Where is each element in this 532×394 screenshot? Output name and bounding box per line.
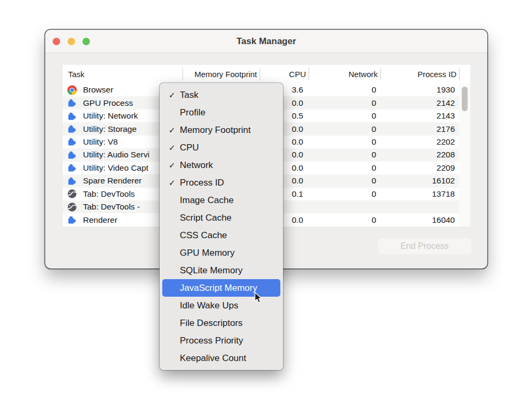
- window-title: Task Manager: [45, 30, 487, 53]
- task-label: Spare Renderer: [83, 176, 142, 186]
- checkmark-icon: ✓: [169, 86, 176, 104]
- menu-item-label: File Descriptors: [180, 318, 243, 328]
- column-header-scroll-gutter: [459, 65, 470, 83]
- title-bar[interactable]: Task Manager: [45, 30, 487, 53]
- close-button[interactable]: [53, 38, 60, 45]
- menu-item-gpu-memory[interactable]: GPU Memory: [162, 244, 280, 262]
- extension-icon: [67, 137, 77, 147]
- end-process-button[interactable]: End Process: [378, 238, 471, 254]
- menu-item-task[interactable]: ✓Task: [162, 86, 280, 104]
- task-label: Utility: Audio Servi: [83, 150, 149, 160]
- menu-item-sqlite-memory[interactable]: SQLite Memory: [162, 262, 280, 279]
- menu-item-cpu[interactable]: ✓CPU: [162, 139, 280, 156]
- extension-icon: [67, 215, 77, 225]
- process-id-cell: 2176: [380, 124, 459, 134]
- menu-item-keepalive-count[interactable]: Keepalive Count: [162, 349, 280, 367]
- menu-item-label: Image Cache: [180, 195, 234, 205]
- vertical-scrollbar-track[interactable]: [459, 83, 470, 227]
- checkmark-icon: ✓: [169, 174, 176, 191]
- column-context-menu: ✓TaskProfile✓Memory Footprint✓CPU✓Networ…: [160, 83, 283, 370]
- task-label: Utility: V8: [83, 137, 118, 147]
- menu-item-process-id[interactable]: ✓Process ID: [162, 174, 280, 191]
- process-id-cell: 2143: [380, 111, 459, 121]
- column-header-process-id[interactable]: Process ID: [380, 65, 459, 83]
- task-label: Tab: DevTools: [83, 189, 135, 199]
- menu-item-network[interactable]: ✓Network: [162, 156, 280, 174]
- screenshot-stage: Task Manager Task Memory Footprint CPU N…: [0, 0, 532, 394]
- minimize-button[interactable]: [68, 38, 75, 45]
- menu-item-label: SQLite Memory: [180, 265, 243, 275]
- extension-icon: [67, 176, 77, 186]
- menu-item-label: Process Priority: [180, 336, 243, 346]
- table-header-row: Task Memory Footprint CPU Network Proces…: [63, 65, 470, 83]
- process-id-cell: 2142: [380, 98, 459, 108]
- menu-item-label: Script Cache: [180, 213, 231, 223]
- process-id-cell: 16040: [380, 215, 459, 225]
- task-label: Browser: [83, 85, 113, 95]
- network-cell: 0: [309, 150, 380, 160]
- column-header-network[interactable]: Network: [309, 65, 380, 83]
- menu-item-label: Keepalive Count: [180, 353, 246, 363]
- task-label: GPU Process: [83, 98, 133, 108]
- vertical-scrollbar-thumb[interactable]: [462, 87, 468, 111]
- menu-item-label: CPU: [180, 142, 199, 153]
- menu-item-label: Memory Footprint: [180, 125, 251, 135]
- network-cell: 0: [309, 111, 380, 121]
- menu-item-image-cache[interactable]: Image Cache: [162, 191, 280, 209]
- menu-item-label: Task: [180, 90, 198, 100]
- menu-item-label: CSS Cache: [180, 230, 227, 240]
- network-cell: 0: [309, 124, 380, 134]
- task-label: Utility: Storage: [83, 124, 137, 134]
- checkmark-icon: ✓: [169, 139, 176, 156]
- extension-icon: [67, 111, 77, 121]
- process-id-cell: 13718: [380, 189, 459, 199]
- checkmark-icon: ✓: [169, 156, 176, 174]
- devtools-icon: [67, 189, 77, 199]
- task-label: Utility: Video Capt: [83, 163, 148, 173]
- extension-icon: [67, 163, 77, 173]
- network-cell: 0: [309, 98, 380, 108]
- menu-item-label: JavaScript Memory: [180, 283, 257, 293]
- network-cell: 0: [309, 137, 380, 147]
- task-label: Tab: DevTools -: [83, 202, 140, 212]
- devtools-icon: [67, 202, 77, 212]
- mouse-cursor: [254, 292, 263, 306]
- process-id-cell: 16102: [380, 176, 459, 186]
- network-cell: 0: [309, 85, 380, 95]
- network-cell: 0: [309, 215, 380, 225]
- menu-item-label: GPU Memory: [180, 248, 235, 258]
- menu-item-css-cache[interactable]: CSS Cache: [162, 227, 280, 244]
- chrome-icon: [67, 85, 77, 95]
- menu-item-script-cache[interactable]: Script Cache: [162, 209, 280, 227]
- menu-item-label: Process ID: [180, 178, 224, 188]
- network-cell: 0: [309, 176, 380, 186]
- menu-item-label: Idle Wake Ups: [180, 300, 238, 311]
- menu-item-file-descriptors[interactable]: File Descriptors: [162, 314, 280, 332]
- menu-item-process-priority[interactable]: Process Priority: [162, 332, 280, 349]
- extension-icon: [67, 150, 77, 160]
- extension-icon: [67, 124, 77, 134]
- process-id-cell: 2208: [380, 150, 459, 160]
- menu-item-profile[interactable]: Profile: [162, 104, 280, 121]
- process-id-cell: 2202: [380, 137, 459, 147]
- process-id-cell: 2209: [380, 163, 459, 173]
- zoom-button[interactable]: [82, 38, 90, 45]
- process-id-cell: 1930: [380, 85, 459, 95]
- column-header-task[interactable]: Task: [63, 65, 182, 83]
- menu-item-memory-footprint[interactable]: ✓Memory Footprint: [162, 121, 280, 139]
- task-label: Renderer: [83, 215, 118, 225]
- extension-icon: [67, 98, 77, 108]
- menu-item-label: Profile: [180, 107, 205, 118]
- menu-item-label: Network: [180, 160, 213, 170]
- task-label: Utility: Network: [83, 111, 138, 121]
- network-cell: 0: [309, 163, 380, 173]
- checkmark-icon: ✓: [169, 121, 176, 139]
- network-cell: 0: [309, 189, 380, 199]
- column-header-memory-footprint[interactable]: Memory Footprint: [182, 65, 260, 83]
- column-header-cpu[interactable]: CPU: [260, 65, 309, 83]
